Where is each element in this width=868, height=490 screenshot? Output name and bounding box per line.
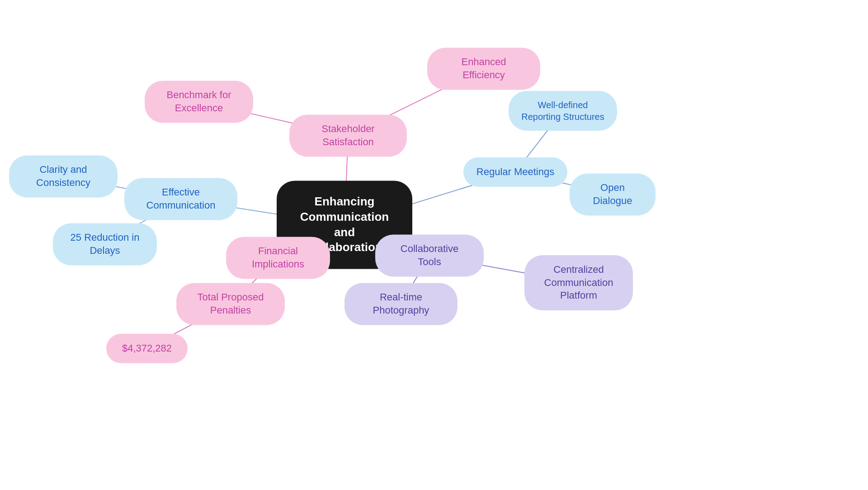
financial-implications-node: Financial Implications [226, 237, 330, 279]
open-dialogue-node: Open Dialogue [570, 173, 656, 215]
collaborative-tools-node: Collaborative Tools [375, 234, 484, 276]
enhanced-efficiency-node: Enhanced Efficiency [427, 48, 540, 90]
benchmark-excellence-node: Benchmark for Excellence [145, 81, 253, 123]
clarity-consistency-node: Clarity and Consistency [9, 155, 118, 197]
penalty-amount-node: $4,372,282 [106, 334, 188, 363]
reporting-structures-node: Well-defined Reporting Structures [509, 91, 617, 131]
effective-communication-node: Effective Communication [124, 178, 237, 220]
regular-meetings-node: Regular Meetings [463, 157, 567, 187]
total-penalties-node: Total Proposed Penalties [176, 283, 285, 325]
stakeholder-satisfaction-node: Stakeholder Satisfaction [289, 114, 407, 157]
realtime-photography-node: Real-time Photography [344, 283, 458, 325]
reduction-delays-node: 25 Reduction in Delays [53, 223, 157, 265]
centralized-platform-node: Centralized Communication Platform [524, 255, 633, 310]
